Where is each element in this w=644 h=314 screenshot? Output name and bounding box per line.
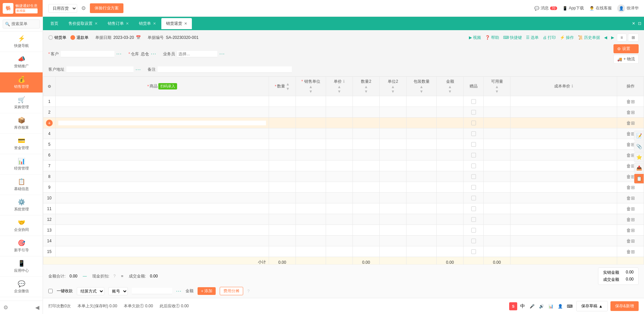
delete-row-btn[interactable]: 🗑 (626, 152, 631, 158)
tab-returns-close[interactable]: ✕ (184, 21, 187, 26)
packqty-cell[interactable] (407, 139, 437, 150)
available-cell[interactable] (484, 96, 511, 107)
product-cell[interactable] (56, 203, 269, 214)
qty-cell[interactable] (269, 150, 296, 161)
im-s-icon[interactable]: S (509, 302, 517, 310)
qty-cell[interactable] (269, 203, 296, 214)
delete-row-btn[interactable]: 🗑 (626, 131, 631, 136)
available-cell[interactable] (484, 107, 511, 118)
sidebar-item-inventory[interactable]: 📦 库存核算 (0, 113, 43, 134)
cost-price-cell[interactable] (511, 203, 617, 214)
amount-cell[interactable] (437, 96, 464, 107)
price-cell[interactable] (326, 139, 353, 150)
amount-cell[interactable] (437, 225, 464, 236)
next-btn[interactable]: ▶ (611, 35, 614, 40)
gift-checkbox[interactable] (471, 217, 476, 222)
available-cell[interactable] (484, 150, 511, 161)
product-cell[interactable] (56, 182, 269, 193)
delete-row-btn[interactable]: 🗑 (626, 249, 631, 254)
unit2-cell[interactable] (380, 150, 407, 161)
shortcut-btn[interactable]: ⌨ 快捷键 (503, 35, 522, 41)
qty-cell[interactable] (269, 96, 296, 107)
qty2-cell[interactable] (353, 128, 380, 139)
maximize-icon[interactable]: ⊡ (638, 21, 641, 26)
unit2-cell[interactable] (380, 193, 407, 203)
customer-input[interactable] (61, 51, 114, 57)
available-cell[interactable] (484, 139, 511, 150)
packqty-cell[interactable] (407, 193, 437, 203)
qty2-cell[interactable] (353, 182, 380, 193)
amount-cell[interactable] (437, 107, 464, 118)
prev-btn[interactable]: ◀ (604, 35, 607, 40)
sidebar-collapse-btn[interactable]: ◀ (35, 304, 39, 311)
packqty-cell[interactable] (407, 96, 437, 107)
select-btn[interactable]: ☰ 选单 (526, 35, 539, 41)
sidebar-item-member[interactable]: 👑 畅会员 (0, 297, 43, 301)
note-input[interactable] (158, 66, 292, 73)
available-cell[interactable] (484, 182, 511, 193)
tab-sales-order[interactable]: 销售订单 ✕ (103, 18, 133, 29)
tab-home[interactable]: 首页 (46, 18, 63, 29)
unit2-cell[interactable] (380, 128, 407, 139)
unit2-cell[interactable] (380, 236, 407, 246)
delete-row-btn[interactable]: 🗑 (626, 99, 631, 104)
copy-row-btn[interactable]: ⊞ (631, 206, 635, 211)
video-btn[interactable]: ▶ 视频 (469, 35, 481, 41)
available-cell[interactable] (484, 128, 511, 139)
unit-cell[interactable] (296, 128, 326, 139)
delete-row-btn[interactable]: 🗑 (626, 238, 631, 244)
tab-returns[interactable]: 销货退货 ✕ (161, 18, 192, 29)
calc-method-select[interactable]: 结算方式 (77, 287, 104, 295)
delete-row-btn[interactable]: 🗑 (626, 174, 631, 179)
float-star-btn[interactable]: ⭐ (634, 152, 644, 162)
qty-cell[interactable] (269, 107, 296, 118)
price-cell[interactable] (326, 236, 353, 246)
unit-cell[interactable] (296, 193, 326, 203)
price-cell[interactable] (326, 161, 353, 171)
qty-cell[interactable] (269, 128, 296, 139)
qty2-cell[interactable] (353, 139, 380, 150)
copy-row-btn[interactable]: ⊞ (631, 99, 635, 104)
float-attach-btn[interactable]: 📎 (634, 141, 644, 151)
packqty-cell[interactable] (407, 161, 437, 171)
price-cell[interactable] (326, 150, 353, 161)
product-cell[interactable] (56, 214, 269, 225)
address-input[interactable] (66, 66, 133, 73)
cost-price-cell[interactable] (511, 171, 617, 182)
amount-cell[interactable] (437, 182, 464, 193)
scan-button[interactable]: 扫码录入 (158, 83, 177, 89)
gift-checkbox[interactable] (471, 196, 476, 200)
qty-cell[interactable] (269, 225, 296, 236)
sidebar-item-marketing[interactable]: 📣 营销推广 (0, 52, 43, 72)
unit2-sort[interactable]: ▲▼ (382, 84, 404, 94)
product-cell[interactable] (56, 139, 269, 150)
amount-cell[interactable] (437, 118, 464, 128)
float-share-btn[interactable]: 📤 (634, 163, 644, 173)
unit2-cell[interactable] (380, 225, 407, 236)
cost-price-cell[interactable] (511, 96, 617, 107)
delete-row-btn[interactable]: 🗑 (626, 185, 631, 190)
gift-checkbox[interactable] (471, 174, 476, 179)
search-menu-button[interactable]: 🔍 搜索菜单 (3, 19, 40, 28)
cost-price-cell[interactable] (511, 182, 617, 193)
im-table-icon[interactable]: 📊 (547, 302, 555, 310)
copy-row-btn[interactable]: ⊞ (631, 110, 635, 115)
amount-cell[interactable] (437, 128, 464, 139)
unit2-cell[interactable] (380, 246, 407, 257)
price-cell[interactable] (326, 203, 353, 214)
help-btn[interactable]: ❓ 帮助 (485, 35, 499, 41)
im-key-icon[interactable]: ⌨ (566, 302, 574, 310)
product-cell[interactable] (56, 246, 269, 257)
unit2-cell[interactable] (380, 182, 407, 193)
unit2-cell[interactable] (380, 203, 407, 214)
radio-return[interactable]: 退款单 (70, 35, 89, 41)
add-fee-btn[interactable]: + 添加 (198, 287, 216, 295)
packqty-cell[interactable] (407, 246, 437, 257)
price-cell[interactable] (326, 171, 353, 182)
gift-checkbox[interactable] (471, 142, 476, 147)
history-btn[interactable]: 📜 历史单据 (578, 35, 600, 41)
packqty-cell[interactable] (407, 150, 437, 161)
message-btn[interactable]: 💬 消息 70 (534, 5, 557, 11)
packqty-cell[interactable] (407, 214, 437, 225)
product-cell[interactable] (56, 161, 269, 171)
